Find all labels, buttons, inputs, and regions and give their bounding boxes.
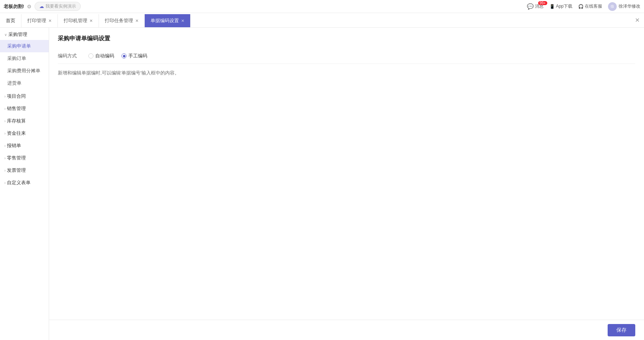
message-icon: 💬 bbox=[527, 3, 534, 10]
tab-print-mgmt-close[interactable]: ✕ bbox=[48, 19, 52, 23]
page-title: 采购申请单编码设置 bbox=[58, 35, 635, 42]
sidebar-group-capital: › 资金往来 bbox=[0, 126, 49, 139]
sidebar-group-sales: › 销售管理 bbox=[0, 102, 49, 114]
search-hint: 我要看实例演示 bbox=[45, 3, 76, 9]
user-name: 徐泽华修改 bbox=[619, 3, 640, 9]
radio-group: 自动编码 手工编码 bbox=[88, 53, 147, 59]
topbar: 老板勿割! ⚙ ☁ 我要看实例演示 💬 消息 99+ 📱 App下载 🎧 在线客… bbox=[0, 0, 644, 13]
sidebar-group-project-label: 项目合同 bbox=[7, 93, 26, 100]
app-label: App下载 bbox=[556, 3, 572, 9]
sidebar-group-custom-form-label: 自定义表单 bbox=[7, 179, 31, 186]
radio-manual-code[interactable]: 手工编码 bbox=[121, 53, 147, 59]
sidebar-group-purchase-title[interactable]: ∨ 采购管理 bbox=[0, 28, 49, 40]
tab-print-task[interactable]: 打印任务管理 ✕ bbox=[99, 14, 145, 27]
main-content: 采购申请单编码设置 编码方式 自动编码 手工编码 新增和编辑单据编时,可以编辑'… bbox=[49, 28, 644, 340]
sidebar-group-return-title[interactable]: › 报销单 bbox=[0, 139, 49, 151]
logo-text: 老板勿割! bbox=[4, 3, 24, 10]
user-profile-button[interactable]: 徐 徐泽华修改 bbox=[608, 2, 640, 11]
online-service-button[interactable]: 🎧 在线客服 bbox=[578, 3, 602, 9]
radio-auto-code-circle bbox=[88, 53, 93, 58]
avatar: 徐 bbox=[608, 2, 617, 11]
radio-manual-code-label: 手工编码 bbox=[128, 53, 147, 59]
encoding-row: 编码方式 自动编码 手工编码 bbox=[58, 48, 635, 64]
sidebar-group-inventory: › 库存核算 bbox=[0, 114, 49, 126]
sidebar-group-return-label: 报销单 bbox=[7, 142, 21, 149]
sidebar-group-capital-label: 资金往来 bbox=[7, 130, 26, 137]
sidebar-group-invoice-title[interactable]: › 发票管理 bbox=[0, 163, 49, 176]
tab-barcode-setting[interactable]: 单据编码设置 ✕ bbox=[145, 14, 191, 27]
tab-barcode-setting-label: 单据编码设置 bbox=[151, 17, 179, 24]
tab-printer-mgmt[interactable]: 打印机管理 ✕ bbox=[58, 14, 99, 27]
tab-print-task-close[interactable]: ✕ bbox=[135, 19, 139, 23]
encoding-section: 编码方式 自动编码 手工编码 bbox=[49, 48, 644, 64]
sidebar-item-purchase-order-label: 采购订单 bbox=[7, 56, 26, 61]
sidebar-item-purchase-expense[interactable]: 采购费用分摊单 bbox=[0, 65, 49, 77]
tab-print-task-label: 打印任务管理 bbox=[105, 17, 133, 24]
chevron-sales-icon: › bbox=[4, 107, 5, 111]
sidebar: ∨ 采购管理 采购申请单 采购订单 采购费用分摊单 进货单 › 项目合同 bbox=[0, 28, 49, 340]
encoding-label: 编码方式 bbox=[58, 53, 80, 59]
topbar-right: 💬 消息 99+ 📱 App下载 🎧 在线客服 徐 徐泽华修改 bbox=[527, 2, 640, 11]
topbar-left: 老板勿割! ⚙ ☁ 我要看实例演示 bbox=[4, 2, 81, 11]
sidebar-item-purchase-expense-label: 采购费用分摊单 bbox=[7, 68, 40, 73]
message-button[interactable]: 💬 消息 99+ bbox=[527, 3, 544, 10]
sidebar-group-inventory-title[interactable]: › 库存核算 bbox=[0, 114, 49, 126]
radio-auto-code[interactable]: 自动编码 bbox=[88, 53, 114, 59]
main-close-button[interactable]: ✕ bbox=[631, 13, 644, 27]
page-header: 采购申请单编码设置 bbox=[49, 28, 644, 48]
sidebar-group-project-title[interactable]: › 项目合同 bbox=[0, 89, 49, 102]
sidebar-item-purchase-request-label: 采购申请单 bbox=[7, 43, 31, 49]
chevron-project-icon: › bbox=[4, 94, 5, 98]
layout: ∨ 采购管理 采购申请单 采购订单 采购费用分摊单 进货单 › 项目合同 bbox=[0, 28, 644, 340]
sidebar-group-purchase: ∨ 采购管理 采购申请单 采购订单 采购费用分摊单 进货单 bbox=[0, 28, 49, 89]
sidebar-group-invoice-label: 发票管理 bbox=[7, 167, 26, 174]
tab-home[interactable]: 首页 bbox=[0, 14, 21, 27]
sidebar-group-custom-form-title[interactable]: › 自定义表单 bbox=[0, 176, 49, 188]
tab-print-mgmt-label: 打印管理 bbox=[27, 17, 46, 24]
chevron-retail-icon: › bbox=[4, 156, 5, 160]
chevron-invoice-icon: › bbox=[4, 169, 5, 173]
app-download-button[interactable]: 📱 App下载 bbox=[549, 3, 572, 9]
tab-print-mgmt[interactable]: 打印管理 ✕ bbox=[21, 14, 58, 27]
sidebar-group-purchase-label: 采购管理 bbox=[8, 31, 27, 38]
sidebar-group-custom-form: › 自定义表单 bbox=[0, 176, 49, 188]
sidebar-group-project: › 项目合同 bbox=[0, 89, 49, 102]
sidebar-group-invoice: › 发票管理 bbox=[0, 163, 49, 176]
radio-auto-code-label: 自动编码 bbox=[95, 53, 114, 59]
headset-icon: 🎧 bbox=[578, 4, 584, 9]
sidebar-item-purchase-request[interactable]: 采购申请单 bbox=[0, 40, 49, 52]
sidebar-item-purchase-order[interactable]: 采购订单 bbox=[0, 52, 49, 65]
radio-manual-code-circle bbox=[121, 53, 127, 58]
service-label: 在线客服 bbox=[585, 3, 602, 9]
hint-text: 新增和编辑单据编时,可以编辑'单据编号'输入框中的内容。 bbox=[58, 70, 635, 76]
sidebar-item-inventory-in[interactable]: 进货单 bbox=[0, 77, 49, 89]
sidebar-group-capital-title[interactable]: › 资金往来 bbox=[0, 126, 49, 139]
tab-home-label: 首页 bbox=[6, 17, 15, 24]
chevron-purchase-icon: ∨ bbox=[4, 33, 7, 37]
chevron-return-icon: › bbox=[4, 144, 5, 148]
sidebar-group-sales-title[interactable]: › 销售管理 bbox=[0, 102, 49, 114]
footer: 保存 bbox=[49, 320, 644, 340]
search-bar[interactable]: ☁ 我要看实例演示 bbox=[35, 2, 81, 11]
tabbar: 首页 打印管理 ✕ 打印机管理 ✕ 打印任务管理 ✕ 单据编码设置 ✕ ✕ bbox=[0, 13, 644, 28]
settings-icon[interactable]: ⚙ bbox=[27, 4, 32, 9]
sidebar-group-sales-label: 销售管理 bbox=[7, 105, 26, 112]
cloud-icon: ☁ bbox=[39, 4, 44, 9]
sidebar-group-return: › 报销单 bbox=[0, 139, 49, 151]
sidebar-item-inventory-in-label: 进货单 bbox=[7, 80, 21, 86]
app-icon: 📱 bbox=[549, 4, 555, 9]
sidebar-group-retail: › 零售管理 bbox=[0, 151, 49, 163]
chevron-capital-icon: › bbox=[4, 131, 5, 135]
chevron-custom-form-icon: › bbox=[4, 181, 5, 185]
sidebar-group-retail-title[interactable]: › 零售管理 bbox=[0, 151, 49, 163]
tab-printer-mgmt-close[interactable]: ✕ bbox=[89, 19, 93, 23]
chevron-inventory-icon: › bbox=[4, 119, 5, 123]
sidebar-group-inventory-label: 库存核算 bbox=[7, 118, 26, 124]
message-badge: 99+ bbox=[538, 1, 547, 5]
sidebar-group-retail-label: 零售管理 bbox=[7, 155, 26, 161]
tab-barcode-setting-close[interactable]: ✕ bbox=[181, 19, 184, 23]
tab-printer-mgmt-label: 打印机管理 bbox=[64, 17, 87, 24]
save-button[interactable]: 保存 bbox=[608, 324, 635, 336]
